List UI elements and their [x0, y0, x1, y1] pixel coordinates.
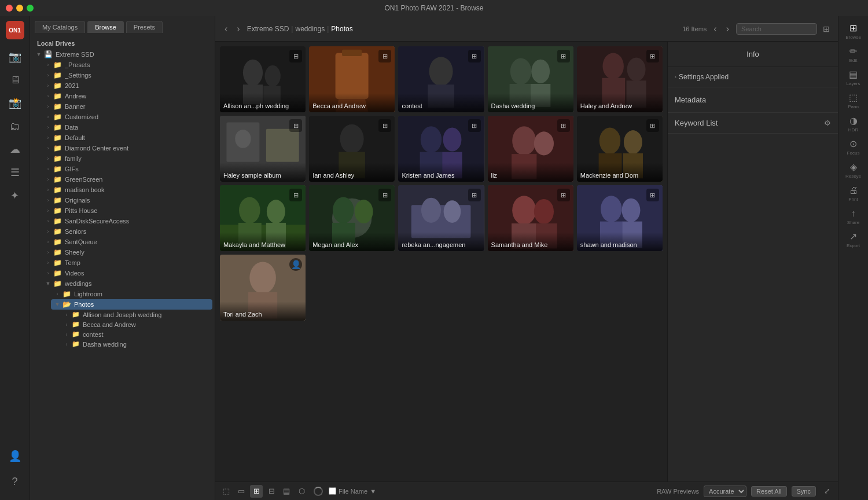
- tree-item-temp[interactable]: › 📁 Temp: [42, 258, 212, 268]
- breadcrumb-weddings[interactable]: weddings: [295, 25, 325, 33]
- rail-icon-upload[interactable]: ☁: [5, 139, 25, 160]
- photo-cell-contest[interactable]: ⊞ contest: [398, 46, 484, 112]
- raw-preview-select[interactable]: Accurate: [704, 486, 746, 497]
- tree-item-originals[interactable]: › 📁 Originals: [42, 195, 212, 205]
- tree-item-greenscreen[interactable]: › 📁 GreenScreen: [42, 174, 212, 185]
- tree-item-banner[interactable]: › 📁 Banner: [42, 101, 212, 112]
- filename-checkbox[interactable]: [329, 487, 336, 495]
- photo-cell-kristen[interactable]: ⊞ Kristen and James: [398, 116, 484, 182]
- sync-button[interactable]: Sync: [792, 486, 816, 497]
- tree-item-andrew[interactable]: › 📁 Andrew: [42, 91, 212, 101]
- info-tab-label[interactable]: Info: [746, 50, 759, 58]
- forward-button[interactable]: ›: [234, 23, 242, 35]
- right-icon-rail: ⊞ Browse ✏ Edit ▤ Layers ⬚ Pano ◑ HDR ⊙ …: [838, 16, 868, 500]
- browse-view-button[interactable]: ⊞: [822, 23, 831, 35]
- tree-item-extreme-ssd[interactable]: ▼ 💾 Extreme SSD: [32, 49, 212, 60]
- window-controls[interactable]: [6, 5, 34, 12]
- search-input[interactable]: [736, 23, 817, 35]
- photo-cell-haley-andrew[interactable]: ⊞ Haley and Andrew: [577, 46, 663, 112]
- tree-item-customized[interactable]: › 📁 Customized: [42, 112, 212, 122]
- rail-icon-display[interactable]: 🖥: [5, 69, 25, 90]
- tab-browse[interactable]: Browse: [87, 21, 124, 33]
- photo-cell-shawn[interactable]: ⊞ shawn and madison: [577, 185, 663, 251]
- tree-item-weddings[interactable]: ▼ 📁 weddings: [42, 278, 212, 289]
- tree-item-sheely[interactable]: › 📁 Sheely: [42, 247, 212, 258]
- maximize-button[interactable]: [27, 5, 34, 12]
- photo-cell-rebeka[interactable]: ⊞ rebeka an...ngagemen: [398, 185, 484, 251]
- back-button[interactable]: ‹: [222, 23, 230, 35]
- rail-icon-albums[interactable]: 🗂: [5, 116, 25, 137]
- rail-icon-layers[interactable]: ▤ Layers: [843, 67, 864, 88]
- rail-icon-browse[interactable]: ⊞ Browse: [843, 21, 864, 42]
- view-grid-icon[interactable]: ⊞: [250, 485, 263, 498]
- tree-item-2021[interactable]: › 📁 2021: [42, 80, 212, 91]
- photo-cell-mackenzie[interactable]: ⊞ Mackenzie and Dom: [577, 116, 663, 182]
- rail-icon-panels[interactable]: ☰: [5, 162, 25, 183]
- tab-presets[interactable]: Presets: [126, 21, 163, 33]
- rail-icon-share[interactable]: ↑ Share: [843, 206, 864, 227]
- rail-icon-reseye[interactable]: ◈ Reseye: [843, 160, 864, 181]
- gear-icon[interactable]: ⚙: [824, 119, 831, 127]
- tree-item-becca-andrew[interactable]: › 📁 Becca and Andrew: [60, 319, 212, 329]
- tree-item-lightroom[interactable]: › 📁 Lightroom: [51, 289, 212, 299]
- tree-item-sandisk[interactable]: › 📁 SanDiskSecureAccess: [42, 216, 212, 226]
- rail-icon-pano[interactable]: ⬚ Pano: [843, 90, 864, 111]
- rail-icon-help[interactable]: ?: [5, 471, 25, 492]
- rail-icon-user[interactable]: 👤: [5, 446, 25, 466]
- photo-cell-makayla[interactable]: ⊞ Makayla and Matthew: [220, 185, 306, 251]
- chevron-right-icon: ›: [62, 312, 71, 318]
- view-grid-small-icon[interactable]: ⊟: [265, 485, 278, 498]
- photo-cell-haley-sample[interactable]: ⊞ Haley sample album: [220, 116, 306, 182]
- photo-cell-dasha[interactable]: ⊞ Dasha wedding: [488, 46, 573, 112]
- tree-item-sentqueue[interactable]: › 📁 SentQueue: [42, 237, 212, 247]
- rail-icon-camera[interactable]: 📸: [5, 93, 25, 113]
- tree-item-gifs[interactable]: › 📁 GIFs: [42, 164, 212, 174]
- chevron-right-icon: ›: [44, 187, 52, 193]
- view-strip-icon[interactable]: ▤: [280, 485, 293, 498]
- rail-icon-effects[interactable]: ✦: [5, 185, 25, 206]
- photo-cell-allison[interactable]: ⊞ Allison an...ph wedding: [220, 46, 306, 112]
- rail-icon-focus[interactable]: ⊙ Focus: [843, 137, 864, 157]
- rail-icon-hdr[interactable]: ◑ HDR: [843, 113, 864, 134]
- photo-grid-container: ⊞ Allison an...ph wedding ⊞: [215, 42, 667, 481]
- photo-cell-megan[interactable]: ⊞ Megan and Alex: [309, 185, 395, 251]
- tree-item-default[interactable]: › 📁 Default: [42, 133, 212, 143]
- tree-item-pitts[interactable]: › 📁 Pitts House: [42, 205, 212, 216]
- tree-item-family[interactable]: › 📁 family: [42, 153, 212, 164]
- settings-applied-header[interactable]: › Settings Applied: [675, 73, 831, 81]
- photo-cell-tori[interactable]: 👤 Tori and Zach: [220, 255, 306, 321]
- rail-icon-export[interactable]: ↗ Export: [843, 229, 864, 250]
- fullscreen-icon[interactable]: ⤢: [821, 485, 833, 498]
- rail-icon-photos[interactable]: 📷: [5, 46, 25, 67]
- photo-label-dasha: Dasha wedding: [488, 93, 573, 112]
- tree-item-photos[interactable]: ▼ 📂 Photos: [51, 299, 212, 310]
- tree-item-diamond[interactable]: › 📁 Diamond Center event: [42, 143, 212, 153]
- top-bar: ‹ › Extreme SSD | weddings | Photos 16 I…: [215, 16, 838, 42]
- minimize-button[interactable]: [16, 5, 23, 12]
- reset-all-button[interactable]: Reset All: [751, 486, 786, 497]
- photo-cell-becca[interactable]: ⊞ Becca and Andrew: [309, 46, 395, 112]
- photo-cell-samantha[interactable]: ⊞ Samantha and Mike: [488, 185, 573, 251]
- tab-my-catalogs[interactable]: My Catalogs: [35, 21, 85, 33]
- photo-cell-liz[interactable]: ⊞ liz: [488, 116, 573, 182]
- rail-icon-print[interactable]: 🖨 Print: [843, 183, 864, 204]
- tree-item-presets[interactable]: › 📁 _Presets: [42, 60, 212, 70]
- tree-item-settings[interactable]: › 📁 _Settings: [42, 70, 212, 80]
- view-filmstrip-icon[interactable]: ▭: [235, 485, 248, 498]
- photo-cell-ian[interactable]: ⊞ Ian and Ashley: [309, 116, 395, 182]
- tree-item-dasha-wedding[interactable]: › 📁 Dasha wedding: [60, 339, 212, 349]
- tree-item-seniors[interactable]: › 📁 Seniors: [42, 226, 212, 237]
- tree-item-madison[interactable]: › 📁 madison book: [42, 185, 212, 195]
- tree-item-data[interactable]: › 📁 Data: [42, 122, 212, 133]
- view-loupe-icon[interactable]: ⬡: [295, 485, 308, 498]
- rail-icon-edit[interactable]: ✏ Edit: [843, 44, 864, 65]
- tree-item-allison-wedding[interactable]: › 📁 Allison and Joseph wedding: [60, 310, 212, 319]
- prev-page-button[interactable]: ‹: [711, 23, 719, 35]
- folder-icon: 📁: [53, 113, 62, 121]
- next-page-button[interactable]: ›: [724, 23, 731, 35]
- tree-item-contest[interactable]: › 📁 contest: [60, 329, 212, 339]
- view-single-icon[interactable]: ⬚: [220, 485, 233, 498]
- close-button[interactable]: [6, 5, 13, 12]
- breadcrumb-extreme-ssd[interactable]: Extreme SSD: [247, 25, 289, 33]
- tree-item-videos[interactable]: › 📁 Videos: [42, 268, 212, 278]
